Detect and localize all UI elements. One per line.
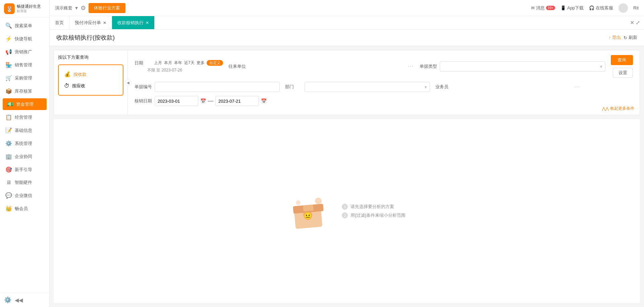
maximize-window-icon[interactable]: ⤢ [636,19,640,26]
sidebar-item-智能硬件[interactable]: 🖥智能硬件 [0,176,49,189]
nav-label: 经营管理 [15,114,32,120]
window-btns: ✕⤢ [626,16,644,29]
nav-icon: 💬 [5,192,12,199]
nav-icon: 📋 [5,114,12,120]
order-no-label: 单据编号 [135,84,152,90]
message-btn[interactable]: ✉ 消息 99+ [531,5,555,11]
nav-icon: 🏢 [5,153,12,160]
nav-icon: 👑 [5,205,12,212]
filter-item-按收款[interactable]: 💰按收款 [62,68,119,80]
sidebar-item-快捷导航[interactable]: ⚡快捷导航 [0,32,49,45]
empty-content: 😐 1 请先选择要分析的方案 2 用[过滤]条件来缩小分析范围 [288,191,405,231]
nav-label: 智能硬件 [15,180,32,186]
order-type-label: 单据类型 [420,63,437,69]
query-btn[interactable]: 查询 [611,55,633,65]
verify-end-cal-icon[interactable]: 📅 [261,98,267,104]
verify-date-end[interactable] [215,96,259,106]
nav-label: 销售管理 [15,62,32,68]
filter-item-icon: ⏱ [64,83,69,89]
settings-form-btn[interactable]: 设置 [613,68,633,78]
nav-icon: ⚡ [5,36,12,42]
filter-row-3: 核销日期 📅 — 📅 [135,96,633,106]
custom-date-badge[interactable]: 自定义 [207,60,223,66]
sidebar-collapse-btn[interactable]: ◀◀ [15,297,23,303]
sidebar-item-企业协同[interactable]: 🏢企业协同 [0,150,49,163]
search-sidebar-title: 按以下方案查询 [58,54,123,60]
tab-spacer [155,16,626,29]
topbar-settings-icon[interactable]: ⚙ [80,4,86,12]
tab-首页[interactable]: 首页 [50,16,69,29]
order-no-input[interactable] [155,82,280,92]
nav-label: 采购管理 [15,75,32,81]
app-download-btn[interactable]: 📱 App下载 [560,5,584,11]
tab-label: 预付冲应付单 [75,20,101,26]
export-btn[interactable]: ↑ 导出 [609,35,621,41]
sidebar-item-基础信息[interactable]: 📝基础信息 [0,124,49,137]
tab-预付冲应付单[interactable]: 预付冲应付单✕ [69,16,112,29]
svg-text:😐: 😐 [303,211,313,220]
empty-svg: 😐 [288,191,328,231]
empty-illustration: 😐 [288,191,328,231]
nav-label: 畅会员 [15,206,28,212]
close-window-icon[interactable]: ✕ [630,19,634,26]
sidebar-item-畅会员[interactable]: 👑畅会员 [0,202,49,215]
verify-date-label: 核销日期 [135,98,152,104]
sidebar-item-系统管理[interactable]: ⚙️系统管理 [0,137,49,150]
tab-close-icon[interactable]: ✕ [103,20,106,25]
counterpart-picker-btn[interactable]: ··· [408,63,414,69]
search-sidebar: 按以下方案查询 💰按收款⏱按应收 ◀ [54,50,128,115]
sidebar-item-经营管理[interactable]: 📋经营管理 [0,111,49,124]
date-shortcut-更多[interactable]: 更多 [197,60,205,66]
order-type-group: 单据类型 ▾ [420,61,605,71]
nav-label: 快捷导航 [15,36,32,42]
date-shortcuts: 上月本月本年近7天更多自定义 [154,60,223,66]
org-name: 演示账套 [55,5,72,11]
verify-date-start[interactable] [155,96,198,106]
header-actions: ↑ 导出 ↻ 刷新 [609,35,638,41]
settings-footer-icon[interactable]: ⚙️ [4,296,11,304]
sidebar-item-采购管理[interactable]: 🛒采购管理 [0,71,49,85]
filter-box: 💰按收款⏱按应收 [58,64,123,96]
staff-picker-btn[interactable]: ··· [574,84,581,90]
refresh-btn[interactable]: ↻ 刷新 [624,35,637,41]
refresh-icon: ↻ [624,35,627,40]
sidebar-item-搜索菜单[interactable]: 🔍搜索菜单 [0,19,49,32]
sidebar-item-新手引导[interactable]: 🎯新手引导 [0,163,49,176]
sidebar-item-营销推广[interactable]: 📢营销推广 [0,45,49,58]
nav-icon: 🔍 [5,22,12,29]
nav-icon: 🏪 [5,62,12,68]
order-no-group: 单据编号 [135,82,280,92]
nav-icon: 🛒 [5,75,12,81]
staff-label: 业务员 [435,84,452,90]
page-title: 收款核销执行(按收款) [56,34,115,42]
filter-item-按应收[interactable]: ⏱按应收 [62,80,119,92]
counterpart-label: 往来单位 [228,63,246,69]
dept-group: 部门 ▾ [285,82,430,92]
nav-icon: 🎯 [5,166,12,173]
date-shortcut-本月[interactable]: 本月 [164,60,172,66]
online-service-btn[interactable]: 🎧 在线客服 [589,5,613,11]
sidebar-item-企业微信[interactable]: 💬企业微信 [0,189,49,202]
date-shortcut-近7天[interactable]: 近7天 [184,60,195,66]
industry-btn[interactable]: 体验行业方案 [89,3,125,13]
sidebar-item-库存核算[interactable]: 📦库存核算 [0,85,49,98]
user-avatar[interactable] [619,3,628,13]
filter-item-label: 按应收 [72,83,85,89]
tab-close-icon[interactable]: ✕ [146,20,149,25]
order-type-select[interactable]: ▾ [440,61,605,71]
org-dropdown-icon[interactable]: ▾ [75,5,78,11]
headset-icon: 🎧 [589,5,594,10]
logo-area: 🐰 畅捷通好生意 标准版 [0,0,49,18]
verify-start-cal-icon[interactable]: 📅 [200,98,206,104]
sidebar-item-销售管理[interactable]: 🏪销售管理 [0,58,49,71]
user-name: Rit [633,5,639,10]
collapse-more-btn[interactable]: ⋀⋀ 收起更多条件 [602,106,634,111]
tab-收款核销执行[interactable]: 收款核销执行✕ [112,16,155,29]
counterpart-group: 往来单位 ··· [228,63,414,69]
nav-label: 企业微信 [15,193,32,199]
date-shortcut-上月[interactable]: 上月 [154,60,162,66]
sidebar-item-资金管理[interactable]: 💵资金管理 [3,98,47,110]
date-shortcut-本年[interactable]: 本年 [174,60,182,66]
dept-select[interactable]: ▾ [305,82,430,92]
nav-icon: ⚙️ [5,140,12,147]
